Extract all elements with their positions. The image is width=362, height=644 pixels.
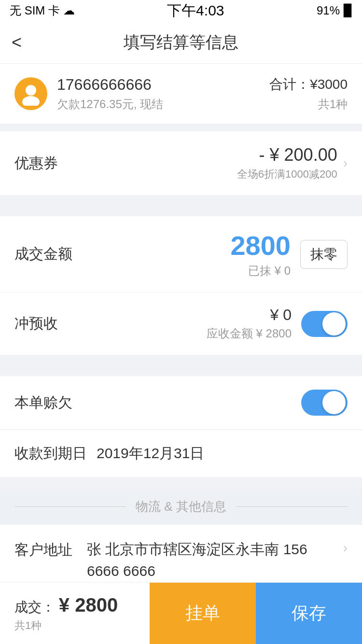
writeoff-section: 本单赊欠: [0, 376, 362, 429]
amount-right: 2800 已抹 ¥ 0 抹零: [230, 230, 348, 279]
writeoff-toggle-knob: [322, 391, 346, 414]
coupon-label: 优惠券: [14, 154, 58, 173]
coupon-section[interactable]: 优惠券 - ¥ 200.00 全场6折满1000减200 ›: [0, 131, 362, 195]
customer-left: 17666666666 欠款1276.35元, 现结: [14, 76, 163, 112]
status-time: 下午4:03: [167, 1, 224, 21]
bottom-bar: 成交： ¥ 2800 共1种 挂单 保存: [0, 582, 362, 644]
address-chevron-icon: ›: [343, 540, 348, 556]
hold-button[interactable]: 挂单: [150, 583, 256, 644]
round-button[interactable]: 抹零: [300, 240, 348, 269]
bottom-count: 共1种: [14, 618, 135, 633]
coupon-description: 全场6折满1000减200: [237, 167, 337, 182]
prereceive-toggle[interactable]: [301, 311, 348, 337]
amount-section: 成交金额 2800 已抹 ¥ 0 抹零: [0, 216, 362, 292]
logistics-text: 物流 & 其他信息: [136, 498, 226, 515]
back-button[interactable]: <: [12, 32, 22, 53]
amount-row: 成交金额 2800 已抹 ¥ 0 抹零: [14, 230, 348, 279]
status-right: 91% ▉: [317, 4, 352, 17]
status-bar: 无 SIM 卡 ☁ 下午4:03 91% ▉: [0, 0, 362, 21]
bottom-summary: 成交： ¥ 2800 共1种: [0, 594, 150, 633]
prereceive-sub: 应收金额 ¥ 2800: [207, 326, 292, 341]
prereceive-row: 冲预收 ¥ 0 应收金额 ¥ 2800: [14, 306, 348, 341]
coupon-chevron-icon: ›: [343, 155, 348, 171]
writeoff-label: 本单赊欠: [14, 393, 72, 413]
logistics-line-left: [14, 506, 126, 507]
prereceive-amount: ¥ 0: [207, 306, 292, 324]
amount-value: 2800: [230, 230, 291, 261]
coupon-discount: - ¥ 200.00: [237, 145, 337, 165]
svg-point-1: [22, 96, 40, 106]
toggle-knob: [322, 312, 346, 336]
duedate-section: 收款到期日 2019年12月31日: [0, 430, 362, 477]
gray-divider-1: [0, 207, 362, 216]
customer-debt: 欠款1276.35元, 现结: [57, 97, 163, 112]
duedate-value: 2019年12月31日: [97, 444, 204, 463]
save-button[interactable]: 保存: [256, 583, 362, 644]
amount-sub: 已抹 ¥ 0: [230, 263, 291, 279]
duedate-label: 收款到期日: [14, 444, 87, 463]
bottom-deal-amount: ¥ 2800: [59, 594, 118, 616]
sim-text: 无 SIM 卡 ☁: [10, 3, 75, 18]
battery-icon: ▉: [344, 4, 352, 17]
duedate-row: 收款到期日 2019年12月31日: [14, 444, 348, 463]
writeoff-toggle[interactable]: [301, 390, 348, 416]
prereceive-section: 冲预收 ¥ 0 应收金额 ¥ 2800: [0, 293, 362, 355]
address-value: 张 北京市市辖区海淀区永丰南 156 6666 6666: [87, 538, 338, 582]
customer-info: 17666666666 欠款1276.35元, 现结: [57, 76, 163, 112]
avatar: [14, 77, 47, 110]
total-label: 合计：¥3000: [269, 75, 348, 94]
header: < 填写结算等信息: [0, 21, 362, 64]
address-label: 客户地址: [14, 540, 72, 560]
svg-point-0: [26, 85, 36, 96]
logistics-separator: 物流 & 其他信息: [0, 489, 362, 525]
logistics-line-right: [236, 506, 348, 507]
customer-section: 17666666666 欠款1276.35元, 现结 合计：¥3000 共1种: [0, 64, 362, 124]
amount-label: 成交金额: [14, 244, 72, 264]
customer-phone: 17666666666: [57, 76, 163, 94]
coupon-right: - ¥ 200.00 全场6折满1000减200 ›: [237, 145, 348, 182]
page-title: 填写结算等信息: [124, 31, 238, 54]
content: 17666666666 欠款1276.35元, 现结 合计：¥3000 共1种 …: [0, 64, 362, 644]
prereceive-label: 冲预收: [14, 314, 58, 334]
bottom-deal-row: 成交： ¥ 2800: [14, 594, 135, 616]
total-count: 共1种: [269, 97, 348, 112]
prereceive-right: ¥ 0 应收金额 ¥ 2800: [207, 306, 348, 341]
status-left: 无 SIM 卡 ☁: [10, 3, 75, 18]
bottom-deal-label: 成交：: [14, 600, 55, 615]
battery-text: 91%: [317, 4, 340, 17]
gray-divider-2: [0, 355, 362, 364]
customer-total: 合计：¥3000 共1种: [269, 75, 348, 112]
avatar-icon: [19, 82, 43, 106]
